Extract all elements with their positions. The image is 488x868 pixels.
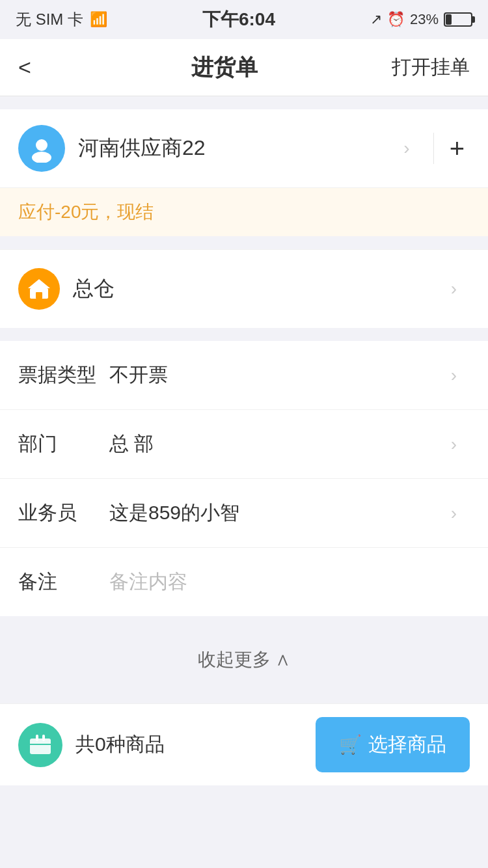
svg-rect-6 xyxy=(36,735,38,741)
add-supplier-button[interactable]: + xyxy=(444,134,470,163)
nav-bar: < 进货单 打开挂单 xyxy=(0,39,488,96)
form-section: 票据类型 不开票 › 部门 总 部 › 业务员 这是859的小智 › 备注 备注… xyxy=(0,341,488,616)
department-value: 总 部 xyxy=(109,431,451,457)
section-gap-1 xyxy=(0,96,488,109)
supplier-section: 河南供应商22 › + 应付-20元，现结 xyxy=(0,109,488,236)
section-gap-2 xyxy=(0,236,488,249)
warehouse-name: 总仓 xyxy=(73,275,451,303)
invoice-type-label: 票据类型 xyxy=(18,362,109,388)
remark-row[interactable]: 备注 备注内容 xyxy=(0,548,488,616)
status-time: 下午6:04 xyxy=(202,7,275,32)
product-icon xyxy=(18,723,62,767)
svg-rect-7 xyxy=(42,735,45,741)
back-button[interactable]: < xyxy=(18,55,57,80)
status-left: 无 SIM 卡 📶 xyxy=(16,9,107,30)
svg-rect-4 xyxy=(36,292,42,299)
salesperson-row[interactable]: 业务员 这是859的小智 › xyxy=(0,479,488,548)
warehouse-icon xyxy=(18,268,60,310)
supplier-avatar-icon xyxy=(27,134,56,163)
product-svg xyxy=(27,732,53,758)
department-label: 部门 xyxy=(18,431,109,457)
invoice-type-chevron: › xyxy=(451,365,457,386)
supplier-name: 河南供应商22 xyxy=(78,134,403,163)
divider xyxy=(433,133,434,164)
wifi-icon: 📶 xyxy=(90,11,107,28)
svg-point-1 xyxy=(32,152,51,163)
warehouse-chevron-icon: › xyxy=(451,278,457,299)
battery-label: 23% xyxy=(410,11,439,28)
status-right: ↗ ⏰ 23% xyxy=(370,11,472,28)
remark-label: 备注 xyxy=(18,569,109,595)
remark-input[interactable]: 备注内容 xyxy=(109,569,470,595)
select-product-button[interactable]: 🛒 选择商品 xyxy=(316,717,470,772)
status-bar: 无 SIM 卡 📶 下午6:04 ↗ ⏰ 23% xyxy=(0,0,488,39)
department-chevron: › xyxy=(451,434,457,455)
open-pending-button[interactable]: 打开挂单 xyxy=(392,54,470,81)
supplier-chevron-icon: › xyxy=(403,138,409,159)
salesperson-value: 这是859的小智 xyxy=(109,500,451,526)
battery-bar xyxy=(444,12,472,27)
department-row[interactable]: 部门 总 部 › xyxy=(0,410,488,479)
invoice-type-row[interactable]: 票据类型 不开票 › xyxy=(0,341,488,410)
svg-rect-5 xyxy=(30,739,51,754)
svg-point-0 xyxy=(36,139,47,151)
svg-marker-3 xyxy=(28,279,50,288)
bottom-bar: 共0种商品 🛒 选择商品 xyxy=(0,703,488,785)
warehouse-row[interactable]: 总仓 › xyxy=(0,249,488,328)
alarm-icon: ⏰ xyxy=(387,11,405,28)
warehouse-svg xyxy=(27,277,51,301)
salesperson-label: 业务员 xyxy=(18,500,109,526)
page-title: 进货单 xyxy=(191,53,258,83)
invoice-type-value: 不开票 xyxy=(109,362,451,388)
notice-bar: 应付-20元，现结 xyxy=(0,188,488,236)
product-count-label: 共0种商品 xyxy=(75,731,316,758)
collapse-button[interactable]: 收起更多 ∧ xyxy=(0,629,488,690)
supplier-avatar xyxy=(18,125,65,172)
carrier-label: 无 SIM 卡 xyxy=(16,9,83,30)
salesperson-chevron: › xyxy=(451,503,457,524)
select-product-icon: 🛒 xyxy=(339,734,362,755)
location-icon: ↗ xyxy=(370,11,382,28)
select-product-label: 选择商品 xyxy=(368,731,446,758)
supplier-row[interactable]: 河南供应商22 › + xyxy=(0,109,488,188)
battery-fill xyxy=(446,14,452,25)
